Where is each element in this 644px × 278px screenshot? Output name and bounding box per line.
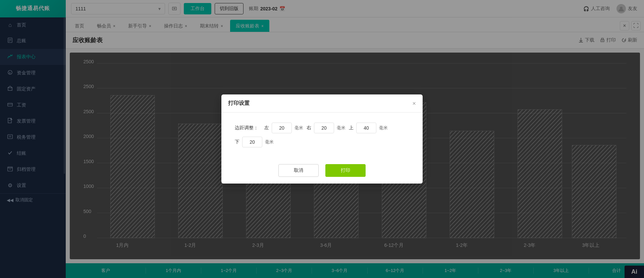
right-unit: 毫米	[337, 125, 345, 131]
bottom-label: 下	[235, 139, 239, 145]
top-margin-group: 上 毫米	[349, 123, 388, 133]
cancel-button[interactable]: 取消	[278, 164, 319, 177]
modal-overlay[interactable]: 打印设置 × 边距调整： 左 毫米 右 毫米 上 毫米	[0, 0, 644, 278]
right-label: 右	[307, 125, 311, 131]
modal-header: 打印设置 ×	[221, 94, 423, 113]
margin-form-row: 边距调整： 左 毫米 右 毫米 上 毫米 下	[235, 123, 409, 147]
modal-title: 打印设置	[228, 100, 250, 107]
modal-body: 边距调整： 左 毫米 右 毫米 上 毫米 下	[221, 113, 423, 157]
top-margin-input[interactable]	[356, 123, 376, 133]
left-margin-group: 左 毫米	[264, 123, 303, 133]
top-label: 上	[349, 125, 354, 131]
right-margin-input[interactable]	[314, 123, 334, 133]
print-dialog: 打印设置 × 边距调整： 左 毫米 右 毫米 上 毫米	[221, 94, 423, 184]
left-unit: 毫米	[294, 125, 303, 131]
modal-footer: 取消 打印	[221, 157, 423, 184]
bottom-unit: 毫米	[265, 139, 274, 145]
top-unit: 毫米	[379, 125, 388, 131]
left-margin-input[interactable]	[272, 123, 292, 133]
modal-close-button[interactable]: ×	[412, 100, 416, 107]
bottom-margin-group: 下 毫米	[235, 137, 274, 147]
print-confirm-button[interactable]: 打印	[325, 164, 366, 177]
bottom-margin-input[interactable]	[242, 137, 262, 147]
margin-label: 边距调整：	[235, 125, 258, 131]
left-label: 左	[264, 125, 269, 131]
right-margin-group: 右 毫米	[307, 123, 345, 133]
